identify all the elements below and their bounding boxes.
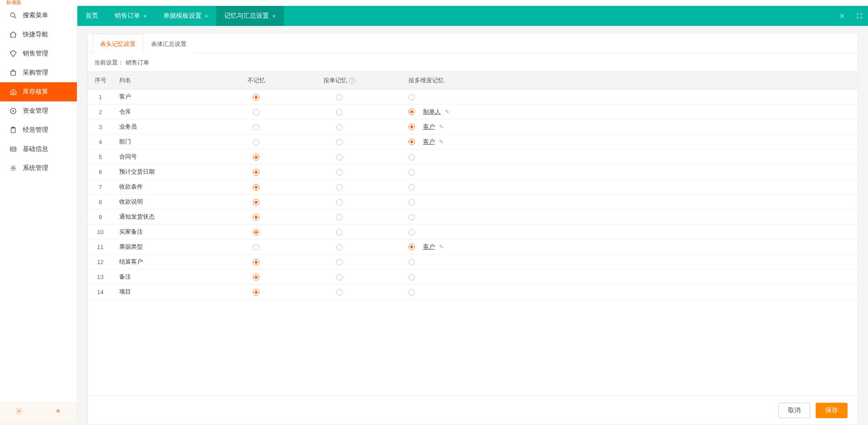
memory-settings-table: 序号 列名 不记忆 按单记忆? 按多维度记忆 1 客户 2 仓库 制单人 <box>88 72 858 300</box>
sidebar-item-system-mgmt[interactable]: 系统管理 <box>0 159 77 178</box>
svg-point-8 <box>11 149 13 150</box>
radio-bybill[interactable] <box>336 169 343 175</box>
radio-bybill[interactable] <box>336 199 343 205</box>
edit-icon[interactable]: ✎ <box>445 109 449 115</box>
sidebar-item-operating-mgmt[interactable]: 经营管理 <box>0 120 77 140</box>
radio-bybill[interactable] <box>336 274 343 280</box>
sidebar-item-label: 快捷导航 <box>23 30 48 39</box>
edit-icon[interactable]: ✎ <box>439 124 444 130</box>
radio-nomem[interactable] <box>253 214 259 220</box>
sidebar-item-search-menu[interactable]: 搜索菜单 <box>0 6 77 25</box>
radio-nomem[interactable] <box>253 259 259 265</box>
tab-close-icon[interactable]: × <box>272 13 276 20</box>
radio-nomem[interactable] <box>253 109 259 115</box>
sidebar-settings-button[interactable] <box>0 403 39 419</box>
radio-bydim[interactable] <box>409 214 415 220</box>
house-icon <box>9 88 17 96</box>
tab-bar: 首页销售订单×单据模板设置×记忆与汇总设置× <box>77 6 868 26</box>
gear-dashed-icon <box>9 164 17 172</box>
tab-2[interactable]: 单据模板设置× <box>155 6 217 26</box>
radio-nomem[interactable] <box>253 154 259 160</box>
tab-3[interactable]: 记忆与汇总设置× <box>216 6 284 26</box>
radio-bybill[interactable] <box>336 139 343 145</box>
dim-link[interactable]: 客户 <box>423 124 435 130</box>
sidebar-item-quick-nav[interactable]: 快捷导航 <box>0 25 77 44</box>
radio-bydim[interactable] <box>409 109 415 115</box>
sidebar-item-label: 采购管理 <box>23 69 48 77</box>
table-row: 14 项目 <box>88 285 858 300</box>
table-row: 9 通知发货状态 <box>88 210 858 225</box>
radio-bydim[interactable] <box>409 244 415 250</box>
table-row: 3 业务员 客户 ✎ <box>88 120 858 135</box>
radio-bybill[interactable] <box>336 229 343 235</box>
dim-link[interactable]: 客户 <box>423 139 435 145</box>
radio-nomem[interactable] <box>253 124 259 130</box>
col-header-index: 序号 <box>88 72 113 90</box>
cancel-button[interactable]: 取消 <box>778 403 810 418</box>
radio-bydim[interactable] <box>409 289 415 295</box>
current-setting: 当前设置：销售订单 <box>88 53 858 72</box>
radio-bybill[interactable] <box>336 154 343 160</box>
tab-0[interactable]: 首页 <box>77 6 106 26</box>
radio-bybill[interactable] <box>336 184 343 190</box>
tab-close-icon[interactable]: × <box>143 13 147 20</box>
radio-bydim[interactable] <box>409 274 415 280</box>
svg-point-0 <box>10 13 15 17</box>
edit-icon[interactable]: ✎ <box>439 244 444 250</box>
search-icon <box>9 11 17 20</box>
radio-bydim[interactable] <box>409 184 415 190</box>
radio-nomem[interactable] <box>253 289 259 295</box>
sidebar-item-basic-info[interactable]: 基础信息 <box>0 140 77 159</box>
sidebar-collapse-button[interactable] <box>39 403 77 419</box>
col-header-bybill: 按单记忆? <box>295 72 384 90</box>
radio-nomem[interactable] <box>253 94 259 100</box>
sidebar-item-funds-mgmt[interactable]: 资金管理 <box>0 101 77 120</box>
subtab-row: 表头记忆设置表体汇总设置 <box>88 34 858 53</box>
radio-nomem[interactable] <box>253 139 259 145</box>
close-all-tabs-button[interactable] <box>833 6 851 26</box>
table-row: 6 预计交货日期 <box>88 165 858 180</box>
radio-bydim[interactable] <box>409 139 415 145</box>
radio-bydim[interactable] <box>409 259 415 265</box>
radio-bybill[interactable] <box>336 109 343 115</box>
sidebar-item-inventory-costing[interactable]: 库存核算 <box>0 82 77 101</box>
radio-bydim[interactable] <box>409 199 415 205</box>
radio-bydim[interactable] <box>409 124 415 130</box>
table-row: 13 备注 <box>88 270 858 285</box>
tab-close-icon[interactable]: × <box>205 13 208 20</box>
radio-bybill[interactable] <box>336 259 343 265</box>
radio-bybill[interactable] <box>336 124 343 130</box>
radio-bydim[interactable] <box>409 94 415 100</box>
radio-nomem[interactable] <box>253 274 259 280</box>
sidebar-item-sales-mgmt[interactable]: 销售管理 <box>0 44 77 63</box>
sidebar: 搜索菜单 快捷导航 销售管理 采购管理 库存核算 资金管理 经营管理 基础信息 … <box>0 6 77 422</box>
radio-bydim[interactable] <box>409 154 415 160</box>
tab-1[interactable]: 销售订单× <box>106 6 155 26</box>
radio-bybill[interactable] <box>336 94 343 100</box>
fullscreen-button[interactable] <box>851 6 868 26</box>
dim-link[interactable]: 制单人 <box>423 109 441 115</box>
table-row: 4 部门 客户 ✎ <box>88 135 858 150</box>
subtab-0[interactable]: 表头记忆设置 <box>92 34 143 53</box>
radio-bybill[interactable] <box>336 244 343 250</box>
id-icon <box>9 145 17 153</box>
help-icon[interactable]: ? <box>349 77 355 84</box>
radio-nomem[interactable] <box>253 169 259 175</box>
edit-icon[interactable]: ✎ <box>439 139 444 145</box>
sidebar-item-label: 销售管理 <box>23 50 48 58</box>
dim-link[interactable]: 客户 <box>423 244 435 250</box>
radio-nomem[interactable] <box>253 199 259 205</box>
save-button[interactable]: 保存 <box>816 403 848 418</box>
radio-nomem[interactable] <box>253 184 259 190</box>
sidebar-item-label: 系统管理 <box>23 164 48 172</box>
subtab-1[interactable]: 表体汇总设置 <box>143 34 194 53</box>
table-row: 12 结算客户 <box>88 255 858 270</box>
svg-rect-3 <box>13 92 14 95</box>
radio-nomem[interactable] <box>253 229 259 235</box>
sidebar-item-purchase-mgmt[interactable]: 采购管理 <box>0 63 77 82</box>
radio-nomem[interactable] <box>253 244 259 250</box>
radio-bydim[interactable] <box>409 229 415 235</box>
radio-bybill[interactable] <box>336 214 343 220</box>
radio-bydim[interactable] <box>409 169 415 175</box>
radio-bybill[interactable] <box>336 289 343 295</box>
